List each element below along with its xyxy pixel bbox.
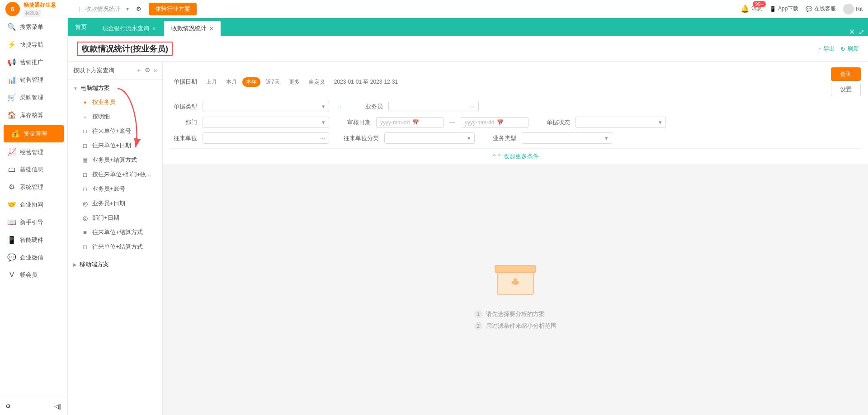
partner-select[interactable]: ···: [203, 132, 329, 144]
partner-date-icon: □: [81, 142, 89, 149]
date-range-display: 2023-01-01 至 2023-12-31: [334, 78, 398, 86]
scheme-staff-settle[interactable]: ▦ 业务员+结算方式: [68, 153, 162, 167]
sidebar-item-operations[interactable]: 📈 经营管理: [0, 143, 67, 161]
sidebar-item-system[interactable]: ⚙ 系统管理: [0, 178, 67, 196]
hardware-icon: 📱: [7, 236, 16, 244]
sidebar: 🔍 搜索菜单 ⚡ 快捷导航 📢 营销推广 📊 销售管理 🛒 采购管理 🏠 库存核…: [0, 18, 68, 415]
tab-bank-flow[interactable]: 现金银行流水查询 ✕: [95, 21, 163, 36]
sidebar-item-basic[interactable]: 🗃 基础信息: [0, 161, 67, 178]
biztype-select[interactable]: ▾: [522, 132, 612, 144]
notification-area[interactable]: 🔔 消息 99+: [741, 5, 762, 13]
tab-collection-stats[interactable]: 收款情况统计 ✕: [164, 21, 221, 36]
export-button[interactable]: ↑ 导出: [819, 45, 835, 53]
wechat-icon: 💬: [7, 253, 16, 262]
empty-area: 1 请先选择要分析的方案 2 用过滤条件来缩小分析范围: [163, 164, 868, 415]
date-tab-thisyear[interactable]: 本年: [242, 77, 260, 87]
filter-section: 单据日期 上月 本月 本年 近7天 更多 自定义 2023-01-01 至 20…: [163, 62, 868, 164]
desktop-scheme-title[interactable]: ▼ 电脑端方案: [68, 81, 162, 95]
scheme-by-staff[interactable]: ● 按业务员: [68, 95, 162, 109]
biztype-label: 业务类型: [489, 134, 516, 142]
date-tab-thismonth[interactable]: 本月: [222, 77, 241, 87]
sidebar-item-sales[interactable]: 📊 销售管理: [0, 71, 67, 89]
settings-bottom-icon[interactable]: ⚙: [5, 403, 11, 410]
sidebar-item-hardware[interactable]: 📱 智能硬件: [0, 231, 67, 249]
tab-maximize[interactable]: ⤢: [859, 28, 864, 36]
scheme-staff-date[interactable]: ◎ 业务员+日期: [68, 196, 162, 211]
close-bank-flow-tab[interactable]: ✕: [152, 26, 156, 32]
close-collection-stats-tab[interactable]: ✕: [209, 26, 213, 32]
scheme-staff-account[interactable]: □ 业务员+账号: [68, 182, 162, 196]
doctype-select[interactable]: ▾: [203, 101, 329, 112]
collapse-conditions[interactable]: ⌃⌃ 收起更多条件: [170, 148, 861, 164]
scheme-by-detail[interactable]: ≡ 按明细: [68, 109, 162, 124]
partner-account-icon: □: [81, 128, 89, 135]
sidebar-item-wechat[interactable]: 💬 企业微信: [0, 249, 67, 266]
sidebar-bottom: ⚙ ◁‖: [0, 397, 67, 415]
scheme-settings-button[interactable]: ⚙: [145, 66, 151, 75]
partner-dept-icon: □: [81, 171, 89, 178]
refresh-button[interactable]: ↻ 刷新: [840, 45, 859, 53]
settings-button[interactable]: 设置: [831, 83, 861, 96]
date-tab-custom[interactable]: 自定义: [305, 77, 329, 87]
sidebar-item-guide[interactable]: 📖 新手引导: [0, 213, 67, 231]
inventory-icon: 🏠: [7, 111, 16, 119]
filter-row-1: 单据日期 上月 本月 本年 近7天 更多 自定义 2023-01-01 至 20…: [170, 67, 861, 96]
operations-icon: 📈: [7, 148, 16, 156]
doctype-more[interactable]: ···: [336, 103, 341, 110]
sidebar-item-purchase[interactable]: 🛒 采购管理: [0, 89, 67, 106]
dept-select[interactable]: ▾: [203, 117, 329, 128]
sidebar-item-finance[interactable]: 💰 资金管理: [4, 125, 64, 142]
doctype-label: 单据类型: [170, 103, 197, 111]
marketing-icon: 📢: [7, 58, 16, 66]
scheme-partner-settle1[interactable]: ≡ 往来单位+结算方式: [68, 225, 162, 240]
sidebar-item-vip[interactable]: V 畅会员: [0, 266, 67, 283]
date-tab-more[interactable]: 更多: [285, 77, 303, 87]
sidebar-item-collab[interactable]: 🤝 企业协同: [0, 196, 67, 213]
add-scheme-button[interactable]: ＋: [136, 66, 142, 75]
review-date-end[interactable]: yyyy-mm-dd 📅: [461, 117, 528, 128]
settings-icon[interactable]: ⚙: [136, 5, 142, 12]
staff-select[interactable]: ···: [388, 101, 479, 112]
date-tab-7days[interactable]: 近7天: [262, 77, 283, 87]
date-tab-lastmonth[interactable]: 上月: [203, 77, 221, 87]
scheme-dept-date[interactable]: ◎ 部门+日期: [68, 211, 162, 225]
svg-rect-2: [495, 265, 536, 273]
app-download[interactable]: 📱 App下载: [769, 5, 798, 13]
dropdown-icon[interactable]: ▾: [126, 6, 129, 12]
left-panel: 按以下方案查询 ＋ ⚙ «: [68, 62, 163, 415]
user-area[interactable]: Rit: [843, 4, 863, 14]
review-date-start[interactable]: yyyy-mm-dd 📅: [376, 117, 444, 128]
query-button[interactable]: 查询: [831, 67, 861, 81]
quicknav-icon: ⚡: [7, 40, 16, 49]
dept-label: 部门: [170, 118, 197, 127]
sidebar-item-quicknav[interactable]: ⚡ 快捷导航: [0, 36, 67, 53]
scheme-partner-dept[interactable]: □ 按往来单位+部门+收...: [68, 167, 162, 182]
svg-point-4: [512, 279, 514, 281]
sidebar-item-marketing[interactable]: 📢 营销推广: [0, 53, 67, 71]
scheme-partner-account[interactable]: □ 往来单位+账号: [68, 124, 162, 138]
collab-icon: 🤝: [7, 200, 16, 209]
mobile-scheme-title[interactable]: ▶ 移动端方案: [68, 258, 162, 271]
collapse-panel-button[interactable]: «: [153, 66, 157, 75]
trial-button[interactable]: 体验行业方案: [149, 3, 197, 15]
filter-row-doctype: 单据类型 ▾ ··· 业务员 ···: [170, 101, 861, 112]
mobile-scheme-group: ▶ 移动端方案: [68, 256, 162, 273]
basic-icon: 🗃: [7, 165, 16, 174]
collapse-icon[interactable]: ◁‖: [54, 403, 62, 410]
tab-bar: 首页 现金银行流水查询 ✕ 收款情况统计 ✕ ✕ ⤢: [68, 18, 868, 36]
docstatus-select[interactable]: ▾: [576, 117, 666, 128]
expand-arrow: ▼: [73, 86, 78, 91]
scheme-partner-date[interactable]: □ 往来单位+日期: [68, 138, 162, 153]
online-service[interactable]: 💬 在线客服: [806, 5, 836, 13]
doctype-arrow: ▾: [322, 103, 325, 110]
tab-home[interactable]: 首页: [68, 18, 94, 36]
finance-icon: 💰: [11, 129, 20, 138]
scheme-partner-settle2[interactable]: □ 往来单位+结算方式: [68, 240, 162, 254]
right-content: 单据日期 上月 本月 本年 近7天 更多 自定义 2023-01-01 至 20…: [163, 62, 868, 415]
sidebar-item-search[interactable]: 🔍 搜索菜单: [0, 18, 67, 36]
tab-close-all[interactable]: ✕: [849, 28, 855, 36]
left-panel-header: 按以下方案查询 ＋ ⚙ «: [68, 62, 162, 80]
dept-date-icon: ◎: [81, 215, 89, 222]
sidebar-item-inventory[interactable]: 🏠 库存核算: [0, 106, 67, 124]
partner-category-select[interactable]: ▾: [384, 132, 475, 144]
